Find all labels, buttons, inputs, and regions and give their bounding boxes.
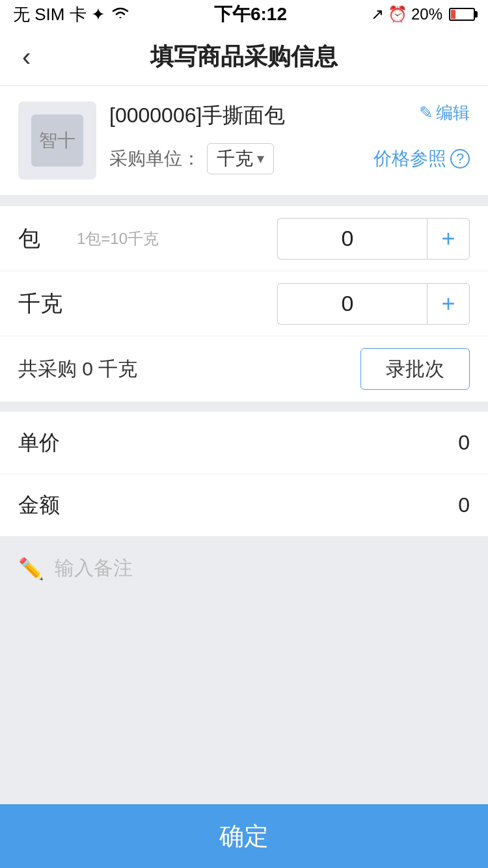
- remark-section[interactable]: ✏️ 输入备注: [0, 537, 488, 615]
- edit-icon: ✎: [419, 103, 433, 123]
- unit-price-label: 单价: [18, 429, 60, 457]
- price-info-section: 单价 0 金额 0: [0, 412, 488, 537]
- product-info: [0000006]手撕面包 ✎ 编辑 采购单位： 千克 ▾ 价格参照 ?: [109, 102, 470, 174]
- unit-label: 采购单位：: [109, 146, 200, 171]
- page-title: 填写商品采购信息: [150, 41, 338, 73]
- amount-value: 0: [458, 493, 470, 517]
- product-header: [0000006]手撕面包 ✎ 编辑: [109, 102, 470, 130]
- bag-label: 包: [18, 224, 70, 254]
- status-left: 无 SIM 卡 ✦: [13, 3, 130, 26]
- product-unit-row: 采购单位： 千克 ▾ 价格参照 ?: [109, 143, 470, 174]
- status-time: 下午6:12: [214, 2, 287, 27]
- price-ref-label: 价格参照: [373, 146, 446, 171]
- unit-select[interactable]: 千克 ▾: [207, 143, 274, 174]
- product-logo: 智十: [31, 115, 83, 167]
- kg-quantity-input[interactable]: [277, 283, 427, 325]
- bag-sub-label: 1包=10千克: [77, 228, 159, 249]
- confirm-button[interactable]: 确定: [0, 804, 488, 868]
- bottom-content-area: [0, 615, 488, 810]
- product-image: 智十: [18, 102, 96, 180]
- kg-input-group: +: [277, 283, 470, 325]
- edit-label: 编辑: [436, 102, 470, 124]
- bag-plus-button[interactable]: +: [427, 218, 470, 260]
- location-icon: ↗: [371, 5, 384, 23]
- back-button[interactable]: ‹: [16, 36, 37, 78]
- remark-placeholder: 输入备注: [55, 555, 133, 582]
- kg-label: 千克: [18, 289, 70, 319]
- product-card: 智十 [0000006]手撕面包 ✎ 编辑 采购单位： 千克 ▾ 价格参照 ?: [0, 86, 488, 196]
- nav-bar: ‹ 填写商品采购信息: [0, 29, 488, 86]
- edit-button[interactable]: ✎ 编辑: [419, 102, 470, 124]
- amount-label: 金额: [18, 491, 60, 520]
- bag-input-group: +: [277, 218, 470, 260]
- price-ref-question-icon: ?: [450, 149, 470, 169]
- total-label: 共采购 0 千克: [18, 356, 137, 383]
- total-row: 共采购 0 千克 录批次: [0, 336, 488, 401]
- alarm-icon: ⏰: [388, 5, 407, 23]
- price-ref-button[interactable]: 价格参照 ?: [373, 146, 470, 171]
- status-right: ↗ ⏰ 20%: [371, 5, 475, 23]
- confirm-label: 确定: [219, 820, 269, 853]
- kg-plus-button[interactable]: +: [427, 283, 470, 325]
- section-divider-1: [0, 196, 488, 206]
- bag-input-row: 包 1包=10千克 +: [0, 206, 488, 271]
- unit-price-value: 0: [458, 431, 470, 455]
- section-divider-2: [0, 401, 488, 412]
- chevron-down-icon: ▾: [257, 150, 264, 167]
- unit-price-row: 单价 0: [0, 412, 488, 474]
- battery-percent: 20%: [411, 5, 442, 23]
- bag-quantity-input[interactable]: [277, 218, 427, 260]
- amount-row: 金额 0: [0, 474, 488, 537]
- logo-text: 智十: [39, 128, 75, 153]
- unit-value: 千克: [217, 146, 253, 171]
- pencil-icon: ✏️: [18, 556, 44, 581]
- input-section: 包 1包=10千克 + 千克 +: [0, 206, 488, 336]
- wifi-icon: [111, 5, 130, 25]
- status-bar: 无 SIM 卡 ✦ 下午6:12 ↗ ⏰ 20%: [0, 0, 488, 29]
- product-name: [0000006]手撕面包: [109, 102, 285, 130]
- sim-status: 无 SIM 卡 ✦: [13, 3, 105, 26]
- kg-input-row: 千克 +: [0, 271, 488, 336]
- battery-icon: [449, 8, 475, 21]
- record-batch-button[interactable]: 录批次: [360, 348, 470, 390]
